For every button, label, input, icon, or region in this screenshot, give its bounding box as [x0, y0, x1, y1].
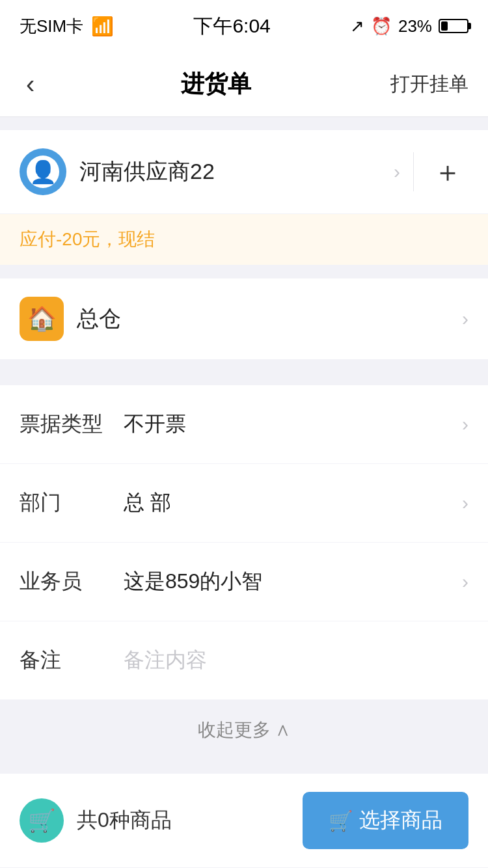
gps-icon: ↗	[350, 16, 364, 36]
alarm-icon: ⏰	[371, 16, 392, 36]
collapse-bar[interactable]: 收起更多 ∧	[0, 699, 488, 761]
warehouse-row[interactable]: 🏠 总仓 ›	[0, 278, 488, 359]
status-left: 无SIM卡 📶	[20, 15, 114, 38]
department-value: 总 部	[111, 489, 462, 517]
form-section: 票据类型 不开票 › 部门 总 部 › 业务员 这是859的小智 › 备注 备注…	[0, 385, 488, 699]
invoice-chevron-icon: ›	[462, 413, 468, 435]
warehouse-name: 总仓	[77, 304, 462, 334]
select-btn-label: 选择商品	[359, 806, 442, 835]
salesperson-value: 这是859的小智	[111, 567, 462, 596]
select-btn-icon: 🛒	[329, 809, 353, 832]
person-icon: 👤	[29, 159, 57, 185]
remark-placeholder[interactable]: 备注内容	[111, 646, 468, 675]
section-gap-3	[0, 359, 488, 372]
bottom-section: 🛒 共0种商品 🛒 选择商品	[0, 774, 488, 867]
open-pending-button[interactable]: 打开挂单	[390, 71, 468, 98]
product-count: 共0种商品	[77, 806, 303, 835]
notice-bar: 应付-20元，现结	[0, 213, 488, 265]
battery-label: 23%	[398, 16, 432, 36]
section-gap-2	[0, 265, 488, 278]
add-button[interactable]: ＋	[427, 153, 468, 191]
salesperson-row[interactable]: 业务员 这是859的小智 ›	[0, 543, 488, 621]
back-button[interactable]: ‹	[20, 63, 41, 105]
salesperson-chevron-icon: ›	[462, 571, 468, 593]
warehouse-icon: 🏠	[27, 305, 57, 332]
status-right: ↗ ⏰ 23%	[350, 16, 468, 36]
department-chevron-icon: ›	[462, 492, 468, 514]
supplier-name: 河南供应商22	[79, 157, 394, 187]
warehouse-chevron-icon: ›	[462, 308, 468, 330]
wifi-icon: 📶	[91, 16, 114, 37]
supplier-chevron-icon: ›	[394, 161, 400, 183]
product-icon: 🛒	[28, 807, 55, 834]
remark-row[interactable]: 备注 备注内容	[0, 621, 488, 699]
supplier-row[interactable]: 👤 河南供应商22 › ＋	[0, 130, 488, 213]
department-row[interactable]: 部门 总 部 ›	[0, 464, 488, 543]
select-product-button[interactable]: 🛒 选择商品	[303, 792, 468, 849]
notice-text: 应付-20元，现结	[20, 229, 155, 249]
status-bar: 无SIM卡 📶 下午6:04 ↗ ⏰ 23%	[0, 0, 488, 52]
supplier-section: 👤 河南供应商22 › ＋ 应付-20元，现结	[0, 130, 488, 265]
battery-icon	[439, 19, 468, 33]
nav-bar: ‹ 进货单 打开挂单	[0, 52, 488, 117]
department-label: 部门	[20, 489, 111, 517]
invoice-type-row[interactable]: 票据类型 不开票 ›	[0, 385, 488, 464]
invoice-type-label: 票据类型	[20, 410, 111, 439]
page-title: 进货单	[181, 68, 251, 100]
carrier-label: 无SIM卡	[20, 15, 83, 38]
warehouse-icon-wrap: 🏠	[20, 297, 64, 341]
invoice-type-value: 不开票	[111, 410, 462, 439]
section-gap-1	[0, 117, 488, 130]
remark-label: 备注	[20, 646, 111, 675]
collapse-label: 收起更多 ∧	[198, 720, 291, 740]
product-icon-wrap: 🛒	[20, 798, 64, 843]
status-time: 下午6:04	[193, 13, 270, 40]
salesperson-label: 业务员	[20, 567, 111, 596]
supplier-divider	[413, 152, 414, 191]
supplier-avatar: 👤	[20, 148, 66, 195]
